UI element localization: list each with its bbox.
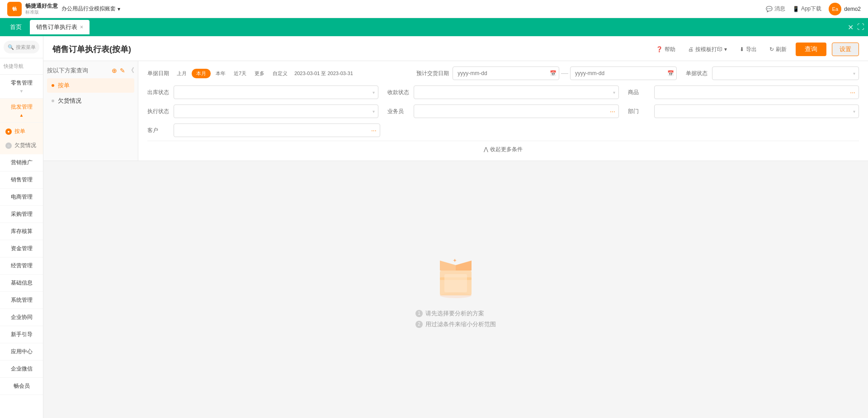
collapse-scheme-icon[interactable]: 《 — [128, 66, 134, 75]
refresh-button[interactable]: ↻ 刷新 — [766, 44, 790, 55]
wholesale-label: 批发管理 — [11, 103, 33, 111]
goods-input[interactable] — [654, 86, 859, 99]
shortcut-7days[interactable]: 近7天 — [231, 69, 250, 78]
sidebar-item-ecommerce[interactable]: 电商管理 — [0, 189, 43, 206]
nav-tabs: 首页 销售订单执行表 × ✕ ⛶ — [0, 18, 868, 36]
scheme-header: 按以下方案查询 ⊕ ✎ 《 — [47, 66, 134, 75]
filter-fields: 单据日期 上月 本月 本年 近7天 更多 自定义 2023-03-01 至 20… — [138, 61, 868, 161]
query-button[interactable]: 查询 — [796, 43, 826, 56]
sidebar-item-member[interactable]: 畅会员 — [0, 378, 43, 395]
tab-home[interactable]: 首页 — [4, 20, 28, 34]
chevron-down-icon: ▼ — [19, 89, 24, 94]
industry-selector[interactable]: 办公用品行业模拟账套 ▾ — [61, 5, 120, 13]
sidebar-item-purchase[interactable]: 采购管理 — [0, 206, 43, 223]
date-end-wrapper: 📅 — [570, 66, 677, 80]
help-button[interactable]: ❓ 帮助 — [652, 44, 679, 55]
sidebar-item-system[interactable]: 系统管理 — [0, 292, 43, 309]
pay-status-field: 收款状态 ▾ — [387, 86, 618, 99]
tab-close-icon[interactable]: × — [80, 24, 83, 30]
page-actions: ❓ 帮助 🖨 按模板打印 ▾ ⬇ 导出 ↻ 刷新 查询 — [652, 43, 859, 56]
customer-field: 客户 ··· — [147, 124, 380, 137]
topbar-left: 畅 畅捷通好生意 标准版 办公用品行业模拟账套 ▾ — [7, 2, 120, 16]
out-status-select[interactable] — [174, 86, 378, 99]
submenu-item-by-order[interactable]: ● 按单 — [0, 124, 43, 138]
filter-row-2: 出库状态 ▾ 收款状态 — [147, 86, 859, 99]
shortcut-more[interactable]: 更多 — [251, 69, 268, 78]
tab-sales-execution[interactable]: 销售订单执行表 × — [30, 20, 90, 34]
sidebar-item-weixin[interactable]: 企业微信 — [0, 361, 43, 378]
customer-input[interactable] — [174, 124, 380, 137]
quick-nav-label-row: 快捷导航 — [0, 62, 43, 71]
member-label: 畅会员 — [14, 382, 30, 390]
sidebar-item-operations[interactable]: 经营管理 — [0, 257, 43, 275]
salesperson-input[interactable] — [414, 104, 618, 118]
goods-more-icon[interactable]: ··· — [850, 89, 855, 96]
nav-expand-icon[interactable]: ⛶ — [857, 23, 864, 31]
sidebar-item-marketing[interactable]: 营销推广 — [0, 154, 43, 171]
sidebar-item-sales[interactable]: 销售管理 — [0, 171, 43, 189]
sidebar-item-newguide[interactable]: 新手引导 — [0, 326, 43, 343]
empty-state: ✦ 1 请先选择要分析的方案 2 用过滤条件来缩小分析范围 — [397, 230, 514, 349]
newguide-label: 新手引导 — [11, 331, 33, 338]
scheme-panel: 按以下方案查询 ⊕ ✎ 《 按单 欠货情况 — [43, 61, 138, 161]
sidebar-item-appstore[interactable]: 应用中心 — [0, 343, 43, 361]
nav-close-icon[interactable]: ✕ — [848, 23, 854, 32]
pay-status-select[interactable] — [414, 86, 618, 99]
sidebar-quick-nav: 快捷导航 — [0, 58, 43, 75]
basic-label: 基础信息 — [11, 279, 33, 287]
add-scheme-icon[interactable]: ⊕ — [112, 67, 117, 74]
calendar-end-icon: 📅 — [667, 70, 674, 76]
sidebar-item-basic[interactable]: 基础信息 — [0, 275, 43, 292]
app-download-btn[interactable]: 📱 App下载 — [793, 5, 821, 13]
export-button[interactable]: ⬇ 导出 — [736, 44, 760, 55]
svg-marker-2 — [456, 261, 472, 271]
submenu-dot2: ○ — [5, 142, 12, 149]
collapse-more-row: ⋀ 收起更多条件 — [147, 141, 859, 155]
message-btn[interactable]: 💬 消息 — [766, 5, 785, 13]
print-label: 按模板打印 — [695, 46, 722, 53]
sidebar-item-finance[interactable]: 资金管理 — [0, 240, 43, 257]
scheme-item-shortage[interactable]: 欠货情况 — [47, 94, 134, 108]
goods-control: ··· — [654, 86, 859, 99]
submenu-item-shortage[interactable]: ○ 欠货情况 — [0, 138, 43, 152]
customer-control: ··· — [174, 124, 380, 137]
date-field: 单据日期 上月 本月 本年 近7天 更多 自定义 2023-03-01 至 20… — [147, 69, 407, 78]
search-menu-button[interactable]: 🔍 搜索菜单 — [4, 41, 39, 53]
user-profile[interactable]: Ea demo2 — [829, 3, 861, 15]
shortcut-last-month[interactable]: 上月 — [174, 69, 190, 78]
print-button[interactable]: 🖨 按模板打印 ▾ — [684, 44, 731, 55]
hint-2-num: 2 — [415, 321, 423, 328]
sidebar-item-enterprise[interactable]: 企业协同 — [0, 309, 43, 326]
status-select[interactable]: 已审核 未审核 — [712, 66, 859, 80]
empty-illustration: ✦ — [429, 248, 483, 302]
sidebar-item-inventory[interactable]: 库存核算 — [0, 223, 43, 240]
shortcut-custom[interactable]: 自定义 — [269, 69, 291, 78]
sidebar-item-retail[interactable]: 零售管理 ▼ — [0, 75, 43, 99]
sidebar: 🔍 搜索菜单 快捷导航 零售管理 ▼ 批发管理 ▲ ● 按单 ○ 欠货情况 — [0, 36, 43, 418]
main-layout: 🔍 搜索菜单 快捷导航 零售管理 ▼ 批发管理 ▲ ● 按单 ○ 欠货情况 — [0, 36, 868, 418]
exec-status-select[interactable] — [174, 104, 378, 118]
shortcut-this-year[interactable]: 本年 — [212, 69, 229, 78]
dept-select[interactable] — [654, 104, 859, 118]
date-start-input[interactable] — [453, 66, 559, 80]
collapse-more-button[interactable]: ⋀ 收起更多条件 — [484, 146, 523, 153]
export-icon: ⬇ — [740, 46, 744, 52]
exec-status-label: 执行状态 — [147, 108, 170, 115]
shortcut-this-month[interactable]: 本月 — [192, 69, 211, 78]
sidebar-item-wholesale[interactable]: 批发管理 ▲ — [0, 99, 43, 123]
settings-button[interactable]: 设置 — [832, 43, 859, 56]
topbar: 畅 畅捷通好生意 标准版 办公用品行业模拟账套 ▾ 💬 消息 📱 App下载 E… — [0, 0, 868, 18]
edit-scheme-icon[interactable]: ✎ — [120, 67, 125, 74]
pay-status-label: 收款状态 — [387, 89, 410, 96]
enterprise-label: 企业协同 — [11, 314, 33, 321]
salesperson-more-icon[interactable]: ··· — [610, 108, 615, 115]
scheme-active-dot — [52, 84, 54, 87]
finance-label: 资金管理 — [11, 245, 33, 252]
refresh-icon: ↻ — [769, 46, 774, 52]
empty-hint-1-row: 1 请先选择要分析的方案 — [415, 309, 496, 318]
exec-status-control: ▾ — [174, 104, 378, 118]
customer-more-icon[interactable]: ··· — [371, 127, 377, 134]
date-end-input[interactable] — [570, 66, 677, 80]
page-title: 销售订单执行表(按单) — [52, 44, 131, 55]
scheme-item-by-order[interactable]: 按单 — [47, 78, 134, 93]
